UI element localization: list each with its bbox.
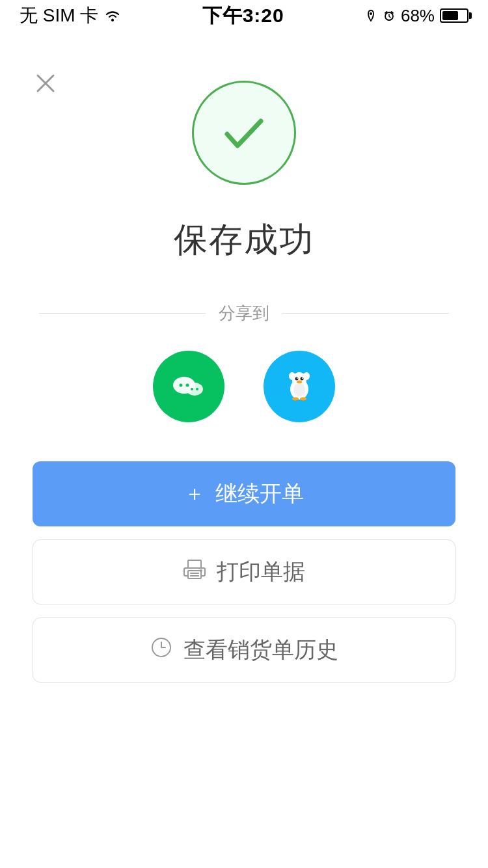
battery-percent: 68%	[401, 6, 435, 26]
main-content: 保存成功 分享到	[0, 29, 488, 868]
svg-point-8	[186, 384, 189, 387]
plus-icon: ＋	[184, 480, 205, 508]
svg-point-9	[191, 388, 193, 390]
svg-rect-23	[188, 560, 201, 568]
continue-order-label: 继续开单	[215, 479, 304, 509]
share-divider: 分享到	[0, 302, 488, 325]
share-label: 分享到	[219, 302, 269, 325]
actions: ＋ 继续开单 打印单据	[0, 461, 488, 683]
alarm-icon	[383, 9, 396, 22]
continue-order-button[interactable]: ＋ 继续开单	[33, 461, 455, 526]
svg-point-18	[293, 383, 305, 396]
svg-point-17	[297, 381, 302, 384]
wechat-share-button[interactable]	[153, 351, 224, 422]
success-circle	[192, 81, 296, 185]
share-icons	[153, 351, 335, 422]
print-label: 打印单据	[217, 557, 305, 587]
print-icon	[183, 558, 206, 586]
svg-point-16	[302, 377, 303, 379]
svg-point-14	[301, 377, 304, 381]
location-icon	[364, 9, 377, 22]
history-label: 查看销货单历史	[183, 635, 338, 665]
svg-point-10	[196, 388, 198, 390]
svg-point-7	[180, 384, 183, 387]
svg-point-15	[297, 377, 298, 379]
divider-right	[282, 313, 449, 314]
close-button[interactable]	[26, 64, 65, 103]
status-time: 下午3:20	[202, 3, 284, 29]
wifi-icon	[103, 9, 122, 22]
view-history-button[interactable]: 查看销货单历史	[33, 617, 455, 683]
status-right: 68%	[364, 6, 468, 26]
svg-point-21	[289, 372, 295, 380]
qq-share-button[interactable]	[264, 351, 335, 422]
divider-left	[39, 313, 206, 314]
svg-point-0	[111, 19, 114, 21]
share-section: 分享到	[0, 302, 488, 422]
svg-point-19	[292, 398, 299, 401]
success-title: 保存成功	[174, 217, 314, 263]
print-button[interactable]: 打印单据	[33, 539, 455, 604]
svg-point-22	[303, 372, 310, 380]
history-icon	[150, 636, 173, 664]
status-bar: 无 SIM 卡 下午3:20 68%	[0, 0, 488, 29]
svg-point-1	[370, 12, 372, 15]
status-left: 无 SIM 卡	[20, 3, 122, 28]
battery-icon	[440, 8, 468, 23]
close-icon	[34, 72, 57, 95]
svg-point-27	[200, 569, 202, 572]
no-sim-label: 无 SIM 卡	[20, 3, 98, 28]
svg-point-13	[295, 377, 299, 381]
svg-rect-24	[188, 571, 201, 578]
checkmark-icon	[218, 107, 270, 159]
svg-point-20	[300, 398, 306, 401]
wechat-icon	[168, 366, 210, 407]
qq-icon	[278, 366, 320, 407]
